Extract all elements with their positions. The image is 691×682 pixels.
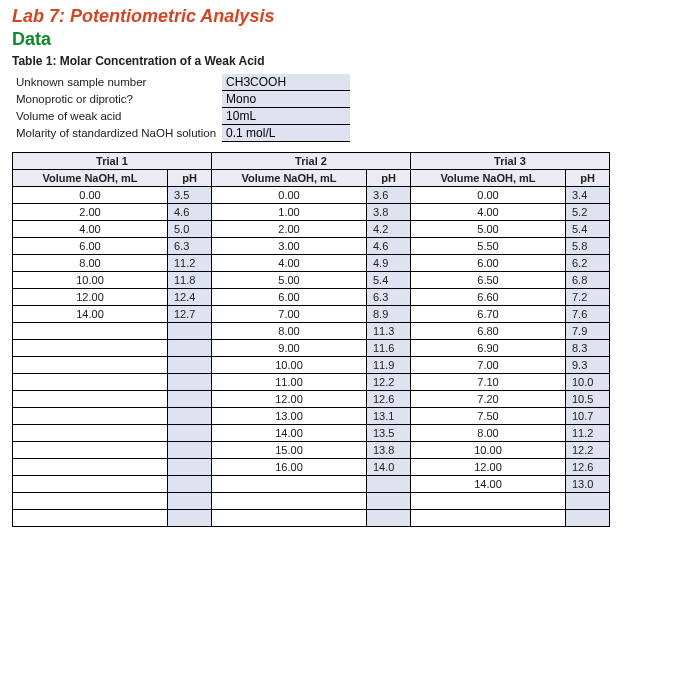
table-row: 12.0012.67.2010.5 xyxy=(13,391,610,408)
lab-title: Lab 7: Potentiometric Analysis xyxy=(12,6,679,27)
vol-cell-empty xyxy=(13,493,168,510)
ph-cell: 13.8 xyxy=(367,442,411,459)
info-label: Unknown sample number xyxy=(16,74,222,91)
vol-cell-empty xyxy=(13,425,168,442)
vol-cell-empty xyxy=(411,510,566,527)
ph-cell: 3.6 xyxy=(367,187,411,204)
table-row xyxy=(13,493,610,510)
vol-cell: 12.00 xyxy=(13,289,168,306)
vol-cell: 2.00 xyxy=(212,221,367,238)
vol-cell: 14.00 xyxy=(212,425,367,442)
ph-cell: 4.6 xyxy=(367,238,411,255)
ph-cell-empty xyxy=(168,408,212,425)
vol-cell-empty xyxy=(411,493,566,510)
vol-cell: 8.00 xyxy=(13,255,168,272)
ph-cell: 3.8 xyxy=(367,204,411,221)
info-value: CH3COOH xyxy=(222,74,350,91)
vol-cell: 7.20 xyxy=(411,391,566,408)
table-row xyxy=(13,510,610,527)
vol-cell: 5.50 xyxy=(411,238,566,255)
ph-cell: 10.7 xyxy=(566,408,610,425)
table-row: 12.0012.46.006.36.607.2 xyxy=(13,289,610,306)
ph-cell: 11.9 xyxy=(367,357,411,374)
trials-table: Trial 1 Trial 2 Trial 3 Volume NaOH, mL … xyxy=(12,152,610,527)
ph-cell-empty xyxy=(367,493,411,510)
vol-cell-empty xyxy=(13,323,168,340)
trial1-vol-col: Volume NaOH, mL xyxy=(13,170,168,187)
vol-cell: 6.60 xyxy=(411,289,566,306)
vol-cell-empty xyxy=(13,357,168,374)
table-row: 0.003.50.003.60.003.4 xyxy=(13,187,610,204)
ph-cell: 3.5 xyxy=(168,187,212,204)
table-row: 14.0013.0 xyxy=(13,476,610,493)
vol-cell-empty xyxy=(13,340,168,357)
info-label: Monoprotic or diprotic? xyxy=(16,91,222,108)
info-label: Molarity of standardized NaOH solution xyxy=(16,125,222,142)
ph-cell: 12.2 xyxy=(566,442,610,459)
ph-cell-empty xyxy=(566,510,610,527)
ph-cell: 11.6 xyxy=(367,340,411,357)
ph-cell: 13.5 xyxy=(367,425,411,442)
info-value: 10mL xyxy=(222,108,350,125)
vol-cell: 16.00 xyxy=(212,459,367,476)
vol-cell-empty xyxy=(212,510,367,527)
ph-cell: 4.2 xyxy=(367,221,411,238)
ph-cell: 12.6 xyxy=(566,459,610,476)
vol-cell-empty xyxy=(212,476,367,493)
trial2-header: Trial 2 xyxy=(212,153,411,170)
vol-cell: 6.00 xyxy=(13,238,168,255)
info-row: Unknown sample numberCH3COOH xyxy=(16,74,350,91)
ph-cell-empty xyxy=(168,476,212,493)
vol-cell: 6.00 xyxy=(212,289,367,306)
ph-cell-empty xyxy=(168,374,212,391)
vol-cell: 15.00 xyxy=(212,442,367,459)
ph-cell-empty xyxy=(168,493,212,510)
ph-cell: 13.0 xyxy=(566,476,610,493)
vol-cell: 2.00 xyxy=(13,204,168,221)
ph-cell-empty xyxy=(168,357,212,374)
table-row: 15.0013.810.0012.2 xyxy=(13,442,610,459)
vol-cell-empty xyxy=(212,493,367,510)
table-row: 9.0011.66.908.3 xyxy=(13,340,610,357)
table-row: 2.004.61.003.84.005.2 xyxy=(13,204,610,221)
ph-cell: 8.9 xyxy=(367,306,411,323)
ph-cell: 5.2 xyxy=(566,204,610,221)
vol-cell: 5.00 xyxy=(411,221,566,238)
info-row: Molarity of standardized NaOH solution0.… xyxy=(16,125,350,142)
ph-cell: 7.6 xyxy=(566,306,610,323)
vol-cell: 13.00 xyxy=(212,408,367,425)
ph-cell-empty xyxy=(367,476,411,493)
ph-cell: 5.4 xyxy=(367,272,411,289)
vol-cell: 8.00 xyxy=(411,425,566,442)
ph-cell: 6.2 xyxy=(566,255,610,272)
info-label: Volume of weak acid xyxy=(16,108,222,125)
info-row: Monoprotic or diprotic?Mono xyxy=(16,91,350,108)
ph-cell: 7.2 xyxy=(566,289,610,306)
ph-cell-empty xyxy=(168,323,212,340)
vol-cell: 0.00 xyxy=(13,187,168,204)
ph-cell-empty xyxy=(168,391,212,408)
vol-cell-empty xyxy=(13,476,168,493)
vol-cell: 5.00 xyxy=(212,272,367,289)
info-value: 0.1 mol/L xyxy=(222,125,350,142)
trial3-vol-col: Volume NaOH, mL xyxy=(411,170,566,187)
ph-cell-empty xyxy=(168,425,212,442)
vol-cell: 4.00 xyxy=(212,255,367,272)
ph-cell: 5.8 xyxy=(566,238,610,255)
ph-cell: 6.3 xyxy=(168,238,212,255)
vol-cell: 0.00 xyxy=(212,187,367,204)
table-row: 6.006.33.004.65.505.8 xyxy=(13,238,610,255)
ph-cell: 4.9 xyxy=(367,255,411,272)
ph-cell: 5.4 xyxy=(566,221,610,238)
table-caption: Table 1: Molar Concentration of a Weak A… xyxy=(12,54,679,68)
trial3-header: Trial 3 xyxy=(411,153,610,170)
vol-cell-empty xyxy=(13,374,168,391)
ph-cell-empty xyxy=(367,510,411,527)
trial-header-row: Trial 1 Trial 2 Trial 3 xyxy=(13,153,610,170)
vol-cell: 0.00 xyxy=(411,187,566,204)
vol-cell: 9.00 xyxy=(212,340,367,357)
ph-cell: 6.8 xyxy=(566,272,610,289)
vol-cell-empty xyxy=(13,459,168,476)
ph-cell: 11.8 xyxy=(168,272,212,289)
ph-cell: 10.0 xyxy=(566,374,610,391)
